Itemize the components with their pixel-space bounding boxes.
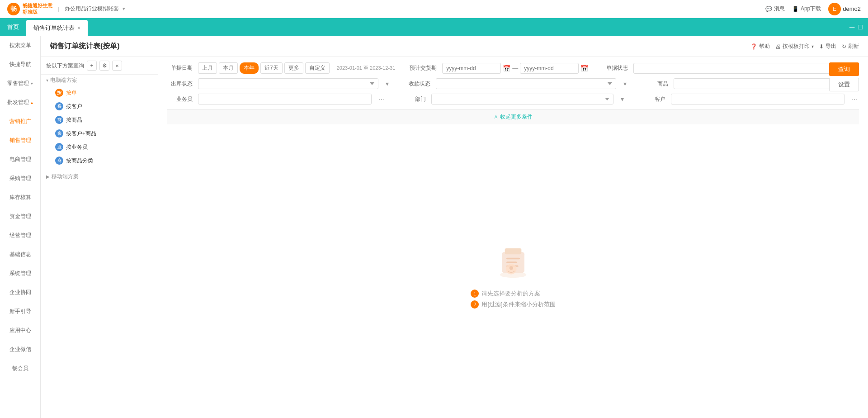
user-profile[interactable]: E demo2 bbox=[828, 3, 861, 15]
svg-rect-2 bbox=[505, 248, 522, 254]
customer-more-icon[interactable]: ··· bbox=[850, 95, 859, 103]
tree-item-by-customer[interactable]: 客 按客户 bbox=[50, 100, 158, 113]
doc-status-select[interactable] bbox=[633, 63, 844, 74]
tree-section-desktop[interactable]: ▾ 电脑端方案 bbox=[41, 75, 158, 86]
tree-item-by-customer-goods[interactable]: 客 按客户+商品 bbox=[50, 127, 158, 140]
sidebar-item-wechat[interactable]: 企业微信 bbox=[0, 340, 40, 359]
sidebar-item-quick-nav[interactable]: 快捷导航 bbox=[0, 55, 40, 74]
sidebar-item-operation[interactable]: 经营管理 bbox=[0, 226, 40, 245]
expected-date-label: 预计交货期 bbox=[410, 64, 437, 72]
page-title: 销售订单统计表(按单) bbox=[50, 42, 120, 51]
date-buttons: 上月 本月 本年 近7天 更多 自定义 bbox=[198, 62, 330, 74]
tab-close-icon[interactable]: × bbox=[77, 25, 80, 31]
tree-section-mobile[interactable]: ▶ 移动端方案 bbox=[41, 171, 158, 182]
tab-controls: ─ □ bbox=[849, 23, 868, 31]
salesperson-input[interactable] bbox=[198, 94, 372, 104]
date-btn-last-month[interactable]: 上月 bbox=[198, 62, 217, 74]
tab-home[interactable]: 首页 bbox=[0, 18, 26, 36]
sidebar-item-finance[interactable]: 资金管理 bbox=[0, 207, 40, 226]
sidebar-item-purchase[interactable]: 采购管理 bbox=[0, 169, 40, 188]
sidebar-item-wholesale[interactable]: 批发管理 ▴ bbox=[0, 93, 40, 112]
breadcrumb-arrow-icon[interactable]: ▾ bbox=[123, 6, 125, 12]
date-btn-this-month[interactable]: 本月 bbox=[219, 62, 238, 74]
tab-minimize-icon[interactable]: ─ bbox=[849, 23, 854, 31]
sidebar-item-retail[interactable]: 零售管理 ▾ bbox=[0, 74, 40, 93]
sidebar-item-appstore[interactable]: 应用中心 bbox=[0, 321, 40, 340]
sidebar-item-enterprise[interactable]: 企业协同 bbox=[0, 283, 40, 302]
breadcrumb[interactable]: 办公用品行业模拟账套 bbox=[65, 5, 119, 13]
tree-arrow-icon: ▾ bbox=[46, 78, 48, 83]
outbound-dropdown-icon[interactable]: ▾ bbox=[384, 80, 391, 87]
scheme-settings-button[interactable]: ⚙ bbox=[99, 61, 109, 71]
sidebar-item-guide[interactable]: 新手引导 bbox=[0, 302, 40, 321]
tab-bar: 首页 销售订单统计表 × ─ □ bbox=[0, 18, 868, 36]
goods-input[interactable] bbox=[674, 78, 845, 89]
panel-title: 按以下方案查询 bbox=[46, 62, 84, 70]
print-arrow-icon: ▾ bbox=[811, 44, 814, 49]
sidebar-nav: 搜索菜单 快捷导航 零售管理 ▾ 批发管理 ▴ 营销推广 销售管理 电商管理 采… bbox=[0, 36, 41, 418]
tree-icon-customer: 客 bbox=[55, 102, 63, 110]
empty-illustration bbox=[491, 237, 536, 282]
payment-dropdown-icon[interactable]: ▾ bbox=[622, 80, 628, 87]
svg-rect-4 bbox=[506, 261, 517, 263]
print-button[interactable]: 🖨 按模板打印 ▾ bbox=[775, 43, 814, 50]
collapse-panel-button[interactable]: « bbox=[112, 61, 122, 71]
customer-input[interactable] bbox=[671, 94, 844, 104]
calendar-start-icon[interactable]: 📅 bbox=[503, 65, 510, 72]
tree-icon-order: 按 bbox=[55, 89, 63, 97]
tree-items: 按 按单 客 按客户 商 按商品 客 按客户+商品 bbox=[41, 86, 158, 167]
empty-hint-2: 2 用[过滤]条件来缩小分析范围 bbox=[471, 300, 555, 309]
sidebar-item-inventory[interactable]: 库存核算 bbox=[0, 188, 40, 207]
hint-text-2: 用[过滤]条件来缩小分析范围 bbox=[481, 300, 555, 309]
department-dropdown-icon[interactable]: ▾ bbox=[619, 95, 626, 103]
svg-rect-3 bbox=[506, 258, 520, 259]
settings-button[interactable]: 设置 bbox=[829, 78, 859, 91]
expected-date-end[interactable] bbox=[520, 63, 579, 74]
sidebar-item-system[interactable]: 系统管理 bbox=[0, 264, 40, 283]
payment-label: 收款状态 bbox=[405, 80, 430, 88]
help-button[interactable]: ❓ 帮助 bbox=[750, 43, 770, 50]
sidebar-item-basic[interactable]: 基础信息 bbox=[0, 245, 40, 264]
sidebar-item-marketing[interactable]: 营销推广 bbox=[0, 112, 40, 131]
logo-area: 畅 畅捷通好生意 标准版 bbox=[7, 3, 52, 15]
tab-active[interactable]: 销售订单统计表 × bbox=[26, 20, 88, 36]
add-scheme-button[interactable]: + bbox=[87, 61, 97, 71]
date-btn-this-year[interactable]: 本年 bbox=[240, 62, 259, 74]
date-dash: — bbox=[512, 65, 518, 71]
empty-state: 1 请先选择要分析的方案 2 用[过滤]条件来缩小分析范围 bbox=[158, 130, 868, 418]
date-label: 单据日期 bbox=[167, 64, 193, 72]
calendar-end-icon[interactable]: 📅 bbox=[580, 65, 588, 72]
tree-item-by-order[interactable]: 按 按单 bbox=[50, 86, 158, 100]
tree-item-by-goods-category[interactable]: 商 按商品分类 bbox=[50, 154, 158, 167]
collapse-filters-button[interactable]: ∧ 收起更多条件 bbox=[167, 109, 859, 124]
tab-maximize-icon[interactable]: □ bbox=[858, 23, 863, 31]
export-icon: ⬇ bbox=[819, 43, 824, 50]
sidebar-item-ecom[interactable]: 电商管理 bbox=[0, 150, 40, 169]
logo-text: 畅捷通好生意 标准版 bbox=[23, 3, 52, 14]
message-button[interactable]: 💬 消息 bbox=[765, 5, 785, 13]
sidebar-item-member[interactable]: 畅会员 bbox=[0, 359, 40, 378]
expected-date-start[interactable] bbox=[442, 63, 501, 74]
print-icon: 🖨 bbox=[775, 43, 781, 50]
outbound-status-select[interactable] bbox=[198, 78, 378, 89]
date-btn-7days[interactable]: 近7天 bbox=[260, 62, 283, 74]
date-btn-more[interactable]: 更多 bbox=[284, 62, 303, 74]
sidebar-item-search[interactable]: 搜索菜单 bbox=[0, 36, 40, 55]
department-select[interactable] bbox=[431, 94, 614, 104]
sidebar-item-sales[interactable]: 销售管理 bbox=[0, 131, 40, 150]
goods-label: 商品 bbox=[643, 80, 668, 88]
salesperson-more-icon[interactable]: ··· bbox=[377, 95, 386, 103]
tree-item-by-salesperson[interactable]: 业 按业务员 bbox=[50, 140, 158, 154]
tree-item-by-goods[interactable]: 商 按商品 bbox=[50, 113, 158, 127]
user-avatar: E bbox=[828, 3, 841, 15]
top-bar-left: 畅 畅捷通好生意 标准版 | 办公用品行业模拟账套 ▾ bbox=[7, 3, 125, 15]
user-name: demo2 bbox=[843, 5, 861, 12]
filter-action-btns: 查询 设置 bbox=[829, 62, 859, 91]
app-download-button[interactable]: 📱 App下载 bbox=[792, 5, 821, 13]
payment-status-select[interactable] bbox=[436, 78, 616, 89]
top-bar: 畅 畅捷通好生意 标准版 | 办公用品行业模拟账套 ▾ 💬 消息 📱 App下载… bbox=[0, 0, 868, 18]
export-button[interactable]: ⬇ 导出 bbox=[819, 43, 836, 50]
refresh-button[interactable]: ↻ 刷新 bbox=[842, 43, 859, 50]
date-btn-custom[interactable]: 自定义 bbox=[305, 62, 330, 74]
query-button[interactable]: 查询 bbox=[829, 62, 859, 76]
